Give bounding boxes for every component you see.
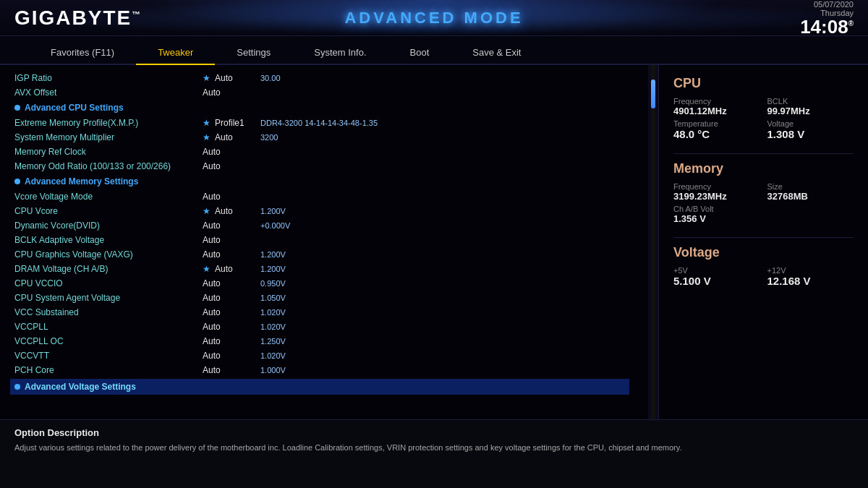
scrollbar-track — [651, 65, 655, 419]
setting-row[interactable]: AVX OffsetAuto — [14, 85, 634, 100]
memory-section: Memory Frequency 3199.23MHz Size 32768MB… — [673, 161, 854, 224]
setting-value: Auto — [203, 365, 260, 375]
setting-extra: 30.00 — [260, 74, 634, 82]
cpu-grid: Frequency 4901.12MHz BCLK 99.97MHz Tempe… — [673, 97, 854, 140]
setting-value: Auto — [203, 351, 260, 361]
description-area: Option Description Adjust various settin… — [0, 419, 868, 488]
setting-value: ★Auto — [203, 132, 260, 142]
setting-name: DRAM Voltage (CH A/B) — [14, 264, 203, 274]
nav-item-settings[interactable]: Settings — [215, 41, 292, 64]
logo: GIGABYTE™ — [14, 7, 142, 30]
setting-value: ★Profile1 — [203, 118, 260, 128]
setting-extra: 0.950V — [260, 279, 634, 288]
setting-value: Auto — [203, 249, 260, 260]
setting-name: Vcore Voltage Mode — [14, 192, 203, 202]
v12-col: +12V 12.168 V — [767, 266, 854, 287]
setting-row[interactable]: Memory Ref ClockAuto — [14, 145, 634, 159]
settings-panel: IGP Ratio★Auto30.00AVX OffsetAutoAdvance… — [0, 65, 648, 419]
setting-row[interactable]: CPU VCCIOAuto0.950V — [14, 276, 634, 291]
nav-item-system-info-[interactable]: System Info. — [292, 41, 388, 64]
setting-value: Auto — [203, 147, 260, 157]
setting-value: Auto — [203, 161, 260, 171]
v5-col: +5V 5.100 V — [673, 266, 760, 287]
setting-name: VCC Substained — [14, 307, 203, 317]
nav-item-boot[interactable]: Boot — [388, 41, 451, 64]
setting-value: Auto — [203, 336, 260, 346]
setting-extra: 1.020V — [260, 351, 634, 360]
setting-name: Memory Odd Ratio (100/133 or 200/266) — [14, 161, 203, 171]
memory-grid: Frequency 3199.23MHz Size 32768MB — [673, 182, 854, 202]
setting-row[interactable]: IGP Ratio★Auto30.00 — [14, 71, 634, 85]
header: GIGABYTE™ ADVANCED MODE 05/07/2020 Thurs… — [0, 0, 868, 36]
section-label: Advanced Voltage Settings — [25, 382, 136, 392]
setting-row[interactable]: DRAM Voltage (CH A/B)★Auto1.200V — [14, 262, 634, 276]
main-content: IGP Ratio★Auto30.00AVX OffsetAutoAdvance… — [0, 65, 868, 419]
setting-extra: 1.200V — [260, 265, 634, 273]
datetime: 05/07/2020 Thursday 14:08® — [800, 0, 854, 36]
setting-row[interactable]: CPU System Agent VoltageAuto1.050V — [14, 291, 634, 305]
scrollbar[interactable] — [648, 65, 658, 419]
setting-name: CPU System Agent Voltage — [14, 293, 203, 303]
setting-value: Auto — [203, 87, 260, 98]
setting-name: CPU VCCIO — [14, 278, 203, 288]
setting-row[interactable]: BCLK Adaptive VoltageAuto — [14, 233, 634, 247]
setting-name: VCCPLL OC — [14, 336, 203, 346]
setting-value: ★Auto — [203, 264, 260, 274]
section-label: Advanced Memory Settings — [25, 176, 138, 187]
reg-symbol: ® — [848, 20, 854, 27]
setting-row[interactable]: VCC SubstainedAuto1.020V — [14, 305, 634, 320]
voltage-grid: +5V 5.100 V +12V 12.168 V — [673, 266, 854, 287]
setting-value: ★Auto — [203, 73, 260, 83]
cpu-title: CPU — [673, 76, 854, 91]
logo-tm: ™ — [132, 9, 142, 19]
setting-row[interactable]: Memory Odd Ratio (100/133 or 200/266)Aut… — [14, 159, 634, 174]
setting-extra: 1.020V — [260, 308, 634, 317]
star-icon: ★ — [203, 118, 210, 128]
setting-row[interactable]: Vcore Voltage ModeAuto — [14, 189, 634, 204]
mem-size-col: Size 32768MB — [767, 182, 854, 202]
voltage-section: Voltage +5V 5.100 V +12V 12.168 V — [673, 245, 854, 287]
mem-freq-col: Frequency 3199.23MHz — [673, 182, 760, 202]
setting-name: PCH Core — [14, 365, 203, 375]
setting-extra: +0.000V — [260, 221, 634, 230]
nav-item-save---exit[interactable]: Save & Exit — [451, 41, 542, 64]
section-header: Advanced CPU Settings — [14, 100, 634, 116]
setting-row[interactable]: CPU Graphics Voltage (VAXG)Auto1.200V — [14, 247, 634, 262]
setting-extra: 1.200V — [260, 250, 634, 259]
time-value: 14:08 — [800, 16, 848, 37]
memory-title: Memory — [673, 161, 854, 176]
cpu-volt-label: Voltage 1.308 V — [767, 119, 854, 140]
setting-name: BCLK Adaptive Voltage — [14, 235, 203, 245]
setting-name: CPU Graphics Voltage (VAXG) — [14, 249, 203, 260]
divider-2 — [673, 237, 854, 238]
setting-value: Auto — [203, 307, 260, 317]
setting-extra: 1.200V — [260, 207, 634, 215]
section-dot-icon — [14, 105, 20, 111]
setting-row[interactable]: Extreme Memory Profile(X.M.P.)★Profile1D… — [14, 116, 634, 130]
setting-row[interactable]: System Memory Multiplier★Auto3200 — [14, 130, 634, 145]
setting-row[interactable]: VCCPLLAuto1.020V — [14, 320, 634, 334]
nav-item-favorites--f11-[interactable]: Favorites (F11) — [29, 41, 136, 64]
section-label: Advanced CPU Settings — [25, 103, 124, 113]
setting-extra: 1.250V — [260, 337, 634, 346]
setting-value: Auto — [203, 293, 260, 303]
setting-row[interactable]: Dynamic Vcore(DVID)Auto+0.000V — [14, 218, 634, 233]
scrollbar-thumb[interactable] — [651, 80, 655, 108]
section-dot-icon — [14, 384, 20, 390]
section-header-highlighted[interactable]: Advanced Voltage Settings — [10, 379, 629, 395]
setting-row[interactable]: CPU Vcore★Auto1.200V — [14, 204, 634, 218]
setting-row[interactable]: VCCVTTAuto1.020V — [14, 348, 634, 363]
star-icon: ★ — [203, 73, 210, 83]
setting-row[interactable]: PCH CoreAuto1.000V — [14, 363, 634, 377]
setting-extra: 1.000V — [260, 366, 634, 374]
star-icon: ★ — [203, 132, 210, 142]
setting-row[interactable]: VCCPLL OCAuto1.250V — [14, 334, 634, 348]
header-title: ADVANCED MODE — [344, 9, 523, 27]
date-display: 05/07/2020 Thursday — [800, 0, 854, 17]
setting-value: Auto — [203, 221, 260, 231]
setting-value: Auto — [203, 278, 260, 288]
info-panel: CPU Frequency 4901.12MHz BCLK 99.97MHz T… — [658, 65, 868, 419]
nav-item-tweaker[interactable]: Tweaker — [136, 41, 215, 65]
setting-value: Auto — [203, 322, 260, 332]
desc-text: Adjust various settings related to the p… — [14, 442, 854, 454]
